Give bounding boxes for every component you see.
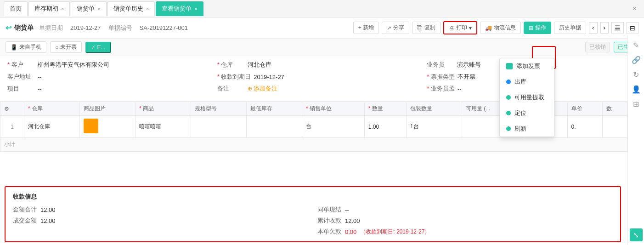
summary-section: 收款信息 金额合计 12.00 成交金额 12.00 同单现结 -- xyxy=(5,186,621,242)
ticket-value: 不开票 xyxy=(458,73,475,81)
tab-home[interactable]: 首页 xyxy=(4,1,28,16)
summary-title: 收款信息 xyxy=(13,193,613,201)
close-all-tabs[interactable]: × xyxy=(629,5,640,13)
not-open-button[interactable]: ○ 未开票 xyxy=(50,41,82,53)
total-label: 金额合计 xyxy=(13,205,37,214)
out-warehouse-item[interactable]: 出库 xyxy=(500,74,554,90)
doc-meta: 单据日期 2019-12-27 单据编号 SA-20191227-001 xyxy=(39,24,188,32)
same-order-value: -- xyxy=(345,206,349,213)
operations-button[interactable]: ⊞ 操作 xyxy=(524,22,551,34)
share-button[interactable]: ↗ 分享 xyxy=(382,22,409,34)
salesperson-value: -- xyxy=(458,85,462,92)
list-view-button[interactable]: ☰ xyxy=(611,22,624,34)
doc-header: ↩ 销货单 单据日期 2019-12-27 单据编号 SA-20191227-0… xyxy=(0,17,644,39)
right-icon-panel: ✎ 🔗 ↻ 👤 ⊞ ⤡ xyxy=(627,35,644,245)
note-field: 备注 ⊕ 添加备注 xyxy=(217,85,427,93)
same-order-label: 同单现结 xyxy=(317,205,341,214)
total-row: 金额合计 12.00 xyxy=(13,205,308,214)
tab-view-sales-close[interactable]: × xyxy=(194,6,197,11)
cumulative-label: 累计收款 xyxy=(317,217,341,225)
customer-value[interactable]: 柳州粤港平安气体有限公司 xyxy=(38,61,109,69)
user-icon-btn[interactable]: 👤 xyxy=(630,83,643,96)
col-spec: 规格型号 xyxy=(191,102,247,116)
row-index: 1 xyxy=(0,116,24,138)
due-date-label: 收款到期日 xyxy=(217,73,251,81)
col-settings[interactable]: ⚙ xyxy=(0,102,24,116)
subtotal-label: 小计 xyxy=(0,138,627,152)
add-button[interactable]: + 新增 xyxy=(353,22,379,34)
next-button[interactable]: › xyxy=(600,22,609,34)
col-price: 单价 xyxy=(567,102,602,116)
locate-item[interactable]: 定位 xyxy=(500,105,554,121)
col-amount: 数 xyxy=(602,102,627,116)
copy-icon: ⿻ xyxy=(417,25,423,31)
add-note-btn[interactable]: ⊕ 添加备注 xyxy=(248,85,278,93)
due-note: （收款到期日: 2019-12-27） xyxy=(360,228,430,236)
plus-icon: ⊕ xyxy=(248,85,252,92)
grid2-icon-btn[interactable]: ⊞ xyxy=(630,97,643,110)
due-amount-row: 本单欠款 0.00 （收款到期日: 2019-12-27） xyxy=(317,228,613,236)
print-button[interactable]: 🖨 打印 ▾ xyxy=(443,21,477,34)
col-quantity: 数量 xyxy=(364,102,406,116)
project-field: 项目 -- xyxy=(7,85,217,93)
confirm-button[interactable]: ✓ E... xyxy=(85,42,111,53)
row-amount xyxy=(602,116,627,138)
tab-bar: 首页 库存期初 × 销货单 × 销货单历史 × 查看销货单 × × xyxy=(0,0,644,17)
edit-icon-btn[interactable]: ✎ xyxy=(630,39,643,51)
date-label: 单据日期 xyxy=(39,24,63,32)
doc-title-text: 销货单 xyxy=(14,24,34,32)
staff-label: 业务员 xyxy=(427,61,454,69)
number-label: 单据编号 xyxy=(108,24,132,32)
row-spec xyxy=(191,116,247,138)
due-amount-value: 0.00 xyxy=(345,228,356,235)
prev-button[interactable]: ‹ xyxy=(589,22,597,34)
row-product: 嘻嘻嘻嘻 xyxy=(136,116,191,138)
deal-amount-row: 成交金额 12.00 xyxy=(13,217,308,225)
number-value: SA-20191227-001 xyxy=(140,24,188,31)
due-date-field: 收款到期日 2019-12-27 xyxy=(217,73,427,81)
due-date-value: 2019-12-27 xyxy=(254,74,284,80)
invoice-icon: ○ xyxy=(55,44,58,51)
ticket-label: 票据类型 xyxy=(427,73,455,81)
salesperson-label: 业务员孟 xyxy=(427,85,455,93)
sub-toolbar: 📱 来自手机 ○ 未开票 ✓ E... 已核销 已生效 xyxy=(0,39,644,56)
expand-icon-btn[interactable]: ⤡ xyxy=(630,228,643,241)
tab-sales-order[interactable]: 销货单 × xyxy=(71,1,106,16)
share-icon: ↗ xyxy=(387,25,391,31)
tab-inventory-init[interactable]: 库存期初 × xyxy=(28,1,70,16)
row-warehouse: 河北仓库 xyxy=(24,116,80,138)
link-icon-btn[interactable]: 🔗 xyxy=(630,53,643,66)
refresh-icon-btn[interactable]: ↻ xyxy=(630,68,643,81)
from-phone-button[interactable]: 📱 来自手机 xyxy=(6,41,46,53)
col-product-img: 商品图片 xyxy=(80,102,136,116)
add-invoice-icon xyxy=(506,63,513,69)
tab-view-sales[interactable]: 查看销货单 × xyxy=(156,1,203,16)
grid-view-button[interactable]: ⊟ xyxy=(627,22,638,34)
address-value: -- xyxy=(38,74,42,80)
refresh-item[interactable]: 刷新 xyxy=(500,121,554,137)
available-extract-item[interactable]: 可用量提取 xyxy=(500,90,554,105)
row-product-img xyxy=(80,116,136,138)
tab-sales-order-close[interactable]: × xyxy=(97,6,100,11)
staff-value: 演示账号 xyxy=(457,61,481,69)
warehouse-field: 仓库 河北仓库 xyxy=(217,61,427,69)
customer-field: 客户 柳州粤港平安气体有限公司 xyxy=(7,61,217,69)
copy-button[interactable]: ⿻ 复制 xyxy=(412,22,441,34)
deal-amount-value: 12.00 xyxy=(40,217,56,224)
row-min-stock xyxy=(246,116,302,138)
col-min-stock: 最低库存 xyxy=(246,102,302,116)
tab-sales-history[interactable]: 销货单历史 × xyxy=(107,1,155,16)
deal-amount-label: 成交金额 xyxy=(13,217,37,225)
row-pack-qty: 1台 xyxy=(407,116,462,138)
subtotal-row: 小计 xyxy=(0,138,627,152)
tab-inventory-init-close[interactable]: × xyxy=(61,6,64,11)
row-sales-unit: 台 xyxy=(302,116,364,138)
note-label: 备注 xyxy=(217,85,245,93)
warehouse-label: 仓库 xyxy=(217,61,245,69)
add-invoice-item[interactable]: 添加发票 xyxy=(500,58,554,74)
history-button[interactable]: 历史单据 xyxy=(554,22,586,34)
tab-sales-history-close[interactable]: × xyxy=(146,6,149,11)
warehouse-value[interactable]: 河北仓库 xyxy=(248,61,271,69)
logistics-button[interactable]: 🚚 物流信息 xyxy=(480,22,521,34)
address-label: 客户地址 xyxy=(7,73,35,81)
